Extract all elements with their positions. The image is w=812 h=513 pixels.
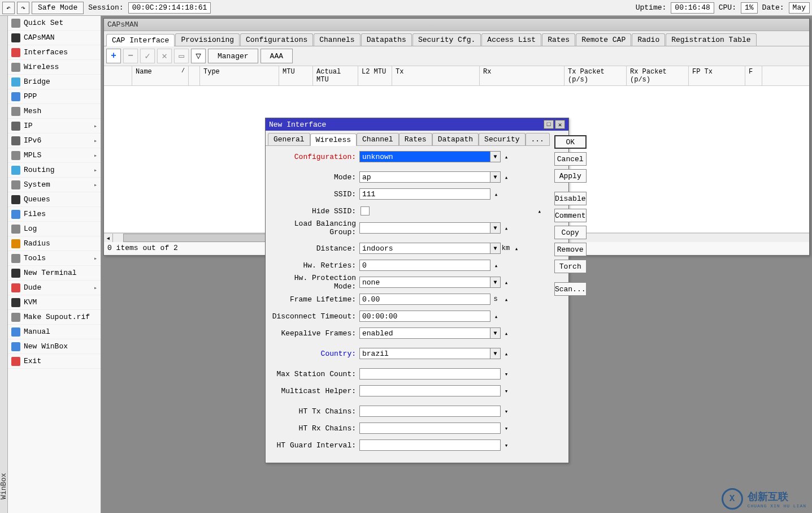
remove-button[interactable]: Remove [554, 243, 587, 256]
expand-icon[interactable]: ▾ [502, 406, 511, 417]
sidebar-item-manual[interactable]: Manual [8, 325, 101, 339]
dropdown-icon[interactable]: ▼ [490, 327, 501, 339]
aaa-button[interactable]: AAA [260, 49, 293, 63]
tab-provisioning[interactable]: Provisioning [175, 33, 240, 46]
sidebar-item-bridge[interactable]: Bridge [8, 75, 101, 89]
collapse-icon[interactable]: ▴ [492, 188, 501, 200]
copy-button[interactable]: Copy [554, 226, 587, 239]
collapse-icon[interactable]: ▴ [502, 222, 511, 234]
sidebar-item-ipv6[interactable]: IPv6▸ [8, 133, 101, 148]
redo-button[interactable]: ↷ [17, 2, 29, 14]
expand-icon[interactable]: ▾ [502, 368, 511, 380]
distance-input[interactable]: indoors [359, 243, 490, 254]
manager-button[interactable]: Manager [208, 49, 258, 63]
remove-button[interactable]: − [123, 49, 138, 63]
frame-lifetime-input[interactable]: 0.00 [359, 294, 490, 305]
ht-guard-interval-input[interactable] [359, 439, 501, 451]
collapse-icon[interactable]: ▴ [502, 327, 511, 339]
column-header[interactable]: F [745, 66, 762, 85]
collapse-icon[interactable]: ▴ [502, 348, 511, 359]
sidebar-item-interfaces[interactable]: Interfaces [8, 45, 101, 60]
column-header[interactable]: MTU [279, 66, 313, 85]
tab-registration-table[interactable]: Registration Table [666, 33, 756, 46]
apply-button[interactable]: Apply [554, 169, 587, 183]
add-button[interactable]: + [106, 49, 121, 63]
configuration-input[interactable]: unknown [359, 151, 490, 162]
dialog-tab-wireless[interactable]: Wireless [310, 133, 357, 146]
sidebar-item-mesh[interactable]: Mesh [8, 104, 101, 119]
disconnect-timeout-input[interactable]: 00:00:00 [359, 311, 490, 322]
dropdown-icon[interactable]: ▼ [490, 222, 501, 234]
undo-button[interactable]: ↶ [2, 2, 15, 14]
sidebar-item-routing[interactable]: Routing▸ [8, 163, 101, 178]
column-header[interactable]: FP Tx [689, 66, 745, 85]
dialog-titlebar[interactable]: New Interface □ ✕ [266, 118, 568, 131]
hide-ssid-checkbox[interactable] [361, 206, 370, 215]
sidebar-item-exit[interactable]: Exit [8, 354, 101, 369]
dropdown-icon[interactable]: ▼ [490, 348, 501, 359]
sidebar-item-kvm[interactable]: KVM [8, 295, 101, 310]
sidebar-item-system[interactable]: System▸ [8, 178, 101, 192]
dialog-tab-datapath[interactable]: Datapath [432, 133, 479, 145]
tab-access-list[interactable]: Access List [481, 33, 541, 46]
sidebar-item-log[interactable]: Log [8, 222, 101, 236]
expand-icon[interactable]: ▾ [502, 385, 511, 396]
column-header[interactable]: Rx [480, 66, 565, 85]
collapse-icon[interactable]: ▴ [492, 311, 501, 322]
mode-input[interactable]: ap [359, 171, 490, 183]
column-header[interactable]: Tx [392, 66, 480, 85]
tab-datapaths[interactable]: Datapaths [361, 33, 412, 46]
sidebar-dragbar[interactable]: WinBox [0, 16, 8, 513]
sidebar-item-capsman[interactable]: CAPsMAN [8, 31, 101, 45]
collapse-icon[interactable]: ▴ [502, 151, 511, 162]
tab-configurations[interactable]: Configurations [240, 33, 313, 46]
collapse-icon[interactable]: ▴ [502, 171, 511, 183]
disable-button[interactable]: Disable [554, 192, 587, 205]
sidebar-item-queues[interactable]: Queues [8, 192, 101, 207]
tab-channels[interactable]: Channels [314, 33, 360, 46]
tab-rates[interactable]: Rates [542, 33, 575, 46]
capsman-titlebar[interactable]: CAPsMAN [104, 19, 809, 31]
column-header[interactable]: Tx Packet (p/s) [565, 66, 627, 85]
ht-rx-chains-input[interactable] [359, 423, 501, 434]
dialog-tab-rates[interactable]: Rates [399, 133, 432, 145]
dropdown-icon[interactable]: ▼ [490, 243, 501, 254]
collapse-icon[interactable]: ▴ [492, 260, 501, 271]
sidebar-item-dude[interactable]: Dude▸ [8, 281, 101, 295]
dialog-tab-security[interactable]: Security [479, 133, 525, 145]
tab-radio[interactable]: Radio [632, 33, 665, 46]
sidebar-item-quick-set[interactable]: Quick Set [8, 16, 101, 31]
comment-button[interactable]: ▭ [174, 49, 189, 63]
sidebar-item-mpls[interactable]: MPLS▸ [8, 148, 101, 163]
lb-group-input[interactable] [359, 222, 490, 234]
country-input[interactable]: brazil [359, 348, 490, 359]
expand-icon[interactable]: ▾ [502, 423, 511, 434]
dropdown-icon[interactable]: ▼ [490, 171, 501, 183]
collapse-icon[interactable]: ▴ [512, 243, 521, 254]
column-header[interactable]: Actual MTU [313, 66, 358, 85]
safe-mode-button[interactable]: Safe Mode [32, 2, 84, 14]
maximize-icon[interactable]: □ [544, 120, 554, 129]
ssid-input[interactable]: 111 [359, 188, 490, 200]
filter-button[interactable]: ▽ [191, 49, 206, 63]
sidebar-item-wireless[interactable]: Wireless [8, 60, 101, 75]
tab-remote-cap[interactable]: Remote CAP [576, 33, 631, 46]
column-header[interactable]: Name / [132, 66, 189, 85]
dialog-tab-[interactable]: ... [526, 133, 550, 145]
sidebar-item-ip[interactable]: IP▸ [8, 119, 101, 133]
column-header[interactable]: L2 MTU [358, 66, 392, 85]
sidebar-item-radius[interactable]: Radius [8, 236, 101, 251]
sidebar-item-new-terminal[interactable]: New Terminal [8, 266, 101, 281]
keepalive-input[interactable]: enabled [359, 327, 490, 339]
hw-protection-input[interactable]: none [359, 277, 490, 288]
comment-button[interactable]: Comment [554, 209, 587, 222]
dialog-tab-general[interactable]: General [268, 133, 310, 145]
dialog-tab-channel[interactable]: Channel [357, 133, 399, 145]
hw-retries-input[interactable]: 0 [359, 260, 490, 271]
sidebar-item-ppp[interactable]: PPP [8, 89, 101, 104]
multicast-helper-input[interactable] [359, 385, 501, 396]
column-header[interactable] [189, 66, 200, 85]
expand-icon[interactable]: ▾ [502, 439, 511, 451]
sidebar-item-make-supout.rif[interactable]: Make Supout.rif [8, 310, 101, 325]
column-header[interactable]: Rx Packet (p/s) [627, 66, 689, 85]
